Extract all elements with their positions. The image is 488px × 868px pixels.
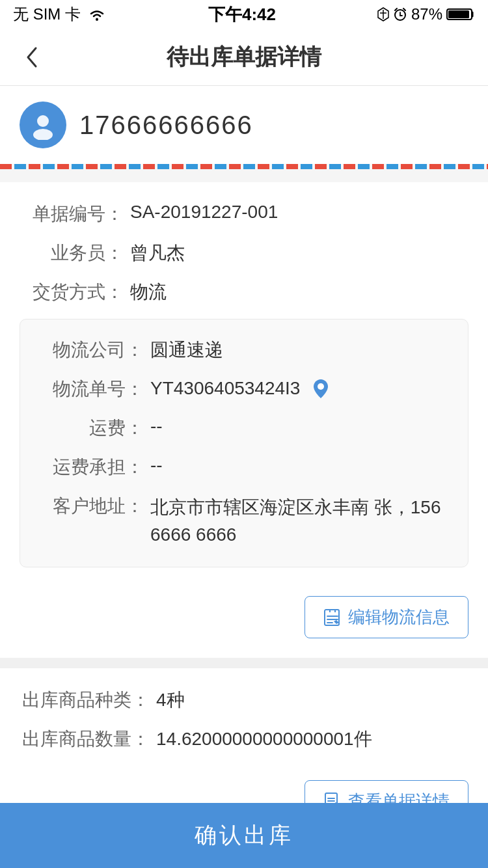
document-no-row: 单据编号： SA-20191227-001 xyxy=(20,202,468,226)
nav-bar: 待出库单据详情 xyxy=(0,29,488,86)
logistics-freight-row: 运费： -- xyxy=(40,416,448,441)
sales-person-row: 业务员： 曾凡杰 xyxy=(20,241,468,265)
status-right: 87% xyxy=(377,5,475,23)
battery-icon xyxy=(446,7,475,21)
goods-type-row: 出库商品种类： 4种 xyxy=(20,688,468,712)
svg-point-4 xyxy=(37,115,49,127)
logistics-address-value: 北京市市辖区海淀区永丰南 张，156 6666 6666 xyxy=(150,494,448,549)
delivery-method-value: 物流 xyxy=(130,280,468,305)
alarm-icon xyxy=(393,7,407,21)
goods-quantity-label: 出库商品数量： xyxy=(20,727,150,752)
edit-logistics-label: 编辑物流信息 xyxy=(348,606,450,629)
user-header: 17666666666 xyxy=(0,86,488,164)
goods-type-value: 4种 xyxy=(156,688,468,712)
status-time: 下午4:42 xyxy=(208,3,276,26)
logistics-company-row: 物流公司： 圆通速递 xyxy=(40,338,448,362)
goods-type-label: 出库商品种类： xyxy=(20,688,150,712)
user-phone: 17666666666 xyxy=(79,111,253,140)
status-left: 无 SIM 卡 xyxy=(13,4,107,25)
battery-text: 87% xyxy=(411,5,442,23)
carrier-text: 无 SIM 卡 xyxy=(13,4,81,25)
svg-point-0 xyxy=(96,18,98,21)
logistics-address-label: 客户地址： xyxy=(40,494,144,519)
logistics-freight-bearer-label: 运费承担： xyxy=(40,455,144,480)
edit-icon xyxy=(323,608,342,627)
logistics-card: 物流公司： 圆通速递 物流单号： YT43064053424I3 运费： xyxy=(20,319,468,567)
sales-person-label: 业务员： xyxy=(20,241,124,265)
location-pin-icon[interactable] xyxy=(309,377,332,400)
logistics-freight-bearer-row: 运费承担： -- xyxy=(40,455,448,480)
location-status-icon xyxy=(377,7,389,21)
svg-point-6 xyxy=(318,383,324,390)
confirm-outbound-button[interactable]: 确认出库 xyxy=(195,821,293,850)
edit-logistics-section: 编辑物流信息 xyxy=(0,583,488,658)
document-no-label: 单据编号： xyxy=(20,202,124,226)
sales-person-value: 曾凡杰 xyxy=(130,241,468,265)
delivery-method-label: 交货方式： xyxy=(20,280,124,305)
logistics-tracking-label: 物流单号： xyxy=(40,377,144,401)
wifi-icon xyxy=(87,7,107,21)
goods-section: 出库商品种类： 4种 出库商品数量： 14.62000000000000001件 xyxy=(0,668,488,767)
goods-quantity-value: 14.62000000000000001件 xyxy=(156,727,468,752)
document-no-value: SA-20191227-001 xyxy=(130,202,468,223)
section-divider xyxy=(0,658,488,668)
page-title: 待出库单据详情 xyxy=(167,42,321,72)
avatar xyxy=(20,102,66,148)
goods-quantity-row: 出库商品数量： 14.62000000000000001件 xyxy=(20,727,468,752)
logistics-freight-value: -- xyxy=(150,416,448,437)
edit-logistics-button[interactable]: 编辑物流信息 xyxy=(305,596,468,638)
user-avatar-icon xyxy=(28,110,58,140)
logistics-freight-bearer-value: -- xyxy=(150,455,448,476)
basic-info-section: 单据编号： SA-20191227-001 业务员： 曾凡杰 交货方式： 物流 … xyxy=(0,182,488,583)
logistics-company-value: 圆通速递 xyxy=(150,338,448,362)
status-bar: 无 SIM 卡 下午4:42 87% xyxy=(0,0,488,29)
back-button[interactable] xyxy=(16,41,48,74)
logistics-address-row: 客户地址： 北京市市辖区海淀区永丰南 张，156 6666 6666 xyxy=(40,494,448,549)
logistics-tracking-value: YT43064053424I3 xyxy=(150,377,448,400)
logistics-tracking-row: 物流单号： YT43064053424I3 xyxy=(40,377,448,401)
logistics-company-label: 物流公司： xyxy=(40,338,144,362)
svg-rect-3 xyxy=(448,10,469,18)
svg-point-5 xyxy=(33,129,53,140)
logistics-freight-label: 运费： xyxy=(40,416,144,441)
bottom-bar: 确认出库 xyxy=(0,803,488,868)
dashed-separator xyxy=(0,164,488,169)
delivery-method-row: 交货方式： 物流 xyxy=(20,280,468,305)
